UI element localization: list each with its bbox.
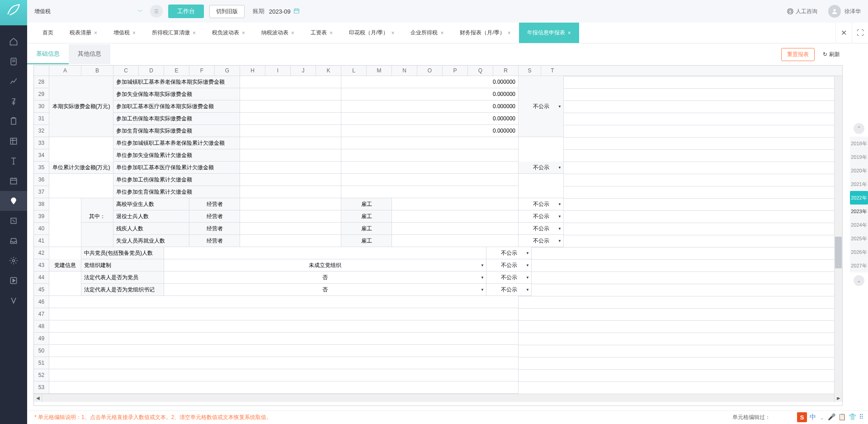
cell[interactable] xyxy=(341,174,519,186)
tab-close-9[interactable]: × xyxy=(508,30,511,36)
tab-4[interactable]: 税负波动表× xyxy=(204,23,253,43)
cell[interactable]: 单位参加工伤保险累计欠缴金额 xyxy=(113,174,240,186)
nav-text-icon[interactable] xyxy=(0,151,27,171)
cell[interactable]: 退役士兵人数 xyxy=(113,210,189,223)
col-header-I[interactable]: I xyxy=(265,66,291,76)
col-header-T[interactable]: T xyxy=(541,66,564,76)
year-2024年[interactable]: 2024年 xyxy=(850,218,868,232)
cell[interactable] xyxy=(392,210,519,223)
cell[interactable]: 不公示 xyxy=(486,284,532,296)
cell[interactable]: 单位参加生育保险累计欠缴金额 xyxy=(113,186,240,198)
cell[interactable]: 0.000000 xyxy=(341,125,519,137)
cell[interactable]: 不公示 xyxy=(519,210,564,223)
row-num-41[interactable]: 41 xyxy=(34,235,49,247)
row-num-37[interactable]: 37 xyxy=(34,186,49,198)
cell[interactable]: 单位累计欠缴金额(万元) xyxy=(49,162,113,174)
row-num-35[interactable]: 35 xyxy=(34,162,49,174)
ime-item-0[interactable]: 中 xyxy=(810,413,816,421)
row-num-51[interactable]: 51 xyxy=(34,357,49,369)
cell[interactable] xyxy=(392,198,519,210)
cell[interactable]: 党建信息 xyxy=(49,259,81,272)
year-2026年[interactable]: 2026年 xyxy=(850,245,868,259)
refresh-button[interactable]: ↻刷新 xyxy=(823,51,840,58)
username[interactable]: 徐泽华 xyxy=(844,8,861,15)
cell[interactable] xyxy=(240,113,341,125)
nav-chart-icon[interactable] xyxy=(0,71,27,91)
rail-top-icon[interactable]: ⌃ xyxy=(854,123,864,134)
period-value[interactable]: 2023-09 xyxy=(269,8,291,15)
tab-close-8[interactable]: × xyxy=(440,30,443,36)
support-link[interactable]: 人工咨询 xyxy=(787,8,817,15)
tab-close-icon[interactable]: ✕ xyxy=(835,23,852,43)
tab-8[interactable]: 企业所得税× xyxy=(402,23,452,43)
cell[interactable]: 法定代表人是否为党组织书记 xyxy=(81,284,164,296)
row-num-30[interactable]: 30 xyxy=(34,100,49,113)
row-num-46[interactable]: 46 xyxy=(34,296,49,308)
nav-v-icon[interactable] xyxy=(0,291,27,310)
cell[interactable]: 经营者 xyxy=(189,235,240,247)
rail-bottom-icon[interactable]: ⌄ xyxy=(854,275,864,286)
col-header-B[interactable]: B xyxy=(81,66,113,76)
row-num-29[interactable]: 29 xyxy=(34,88,49,100)
ime-item-3[interactable]: 📋 xyxy=(838,413,846,421)
col-header-G[interactable]: G xyxy=(215,66,240,76)
row-num-47[interactable]: 47 xyxy=(34,308,49,320)
tab-close-10[interactable]: × xyxy=(568,30,571,36)
tab-9[interactable]: 财务报表（月/季）× xyxy=(452,23,519,43)
ime-item-4[interactable]: 👕 xyxy=(849,413,856,421)
cell[interactable] xyxy=(240,137,341,149)
cell[interactable]: 单位参加城镇职工基本养老保险累计欠缴金额 xyxy=(113,137,240,149)
row-num-32[interactable]: 32 xyxy=(34,125,49,137)
nav-box-icon[interactable] xyxy=(0,211,27,231)
cell[interactable]: 参加工伤保险本期实际缴费金额 xyxy=(113,113,240,125)
row-num-43[interactable]: 43 xyxy=(34,259,49,272)
cell[interactable]: 本期实际缴费金额(万元) xyxy=(49,76,113,137)
year-2022年[interactable]: 2022年 xyxy=(850,191,868,205)
col-header-J[interactable]: J xyxy=(291,66,316,76)
cell[interactable]: 法定代表人是否为党员 xyxy=(81,272,164,284)
tab-3[interactable]: 所得税汇算清缴× xyxy=(144,23,204,43)
tab-expand-icon[interactable]: ⛶ xyxy=(852,23,868,43)
cell[interactable]: 经营者 xyxy=(189,223,240,235)
col-header-E[interactable]: E xyxy=(164,66,189,76)
company-selector[interactable]: 增值税 ﹀ xyxy=(34,8,147,15)
tab-1[interactable]: 税表清册× xyxy=(61,23,105,43)
cell[interactable]: 雇工 xyxy=(341,210,392,223)
cell[interactable]: 高校毕业生人数 xyxy=(113,198,189,210)
cell[interactable] xyxy=(392,223,519,235)
tab-close-2[interactable]: × xyxy=(132,30,136,36)
tab-5[interactable]: 纳税波动表× xyxy=(253,23,302,43)
nav-form-icon[interactable] xyxy=(0,131,27,151)
col-header-F[interactable]: F xyxy=(189,66,215,76)
cell[interactable]: 其中： xyxy=(81,210,113,223)
row-num-31[interactable]: 31 xyxy=(34,113,49,125)
workspace-button[interactable]: 工作台 xyxy=(168,5,204,18)
tab-close-5[interactable]: × xyxy=(291,30,294,36)
year-2021年[interactable]: 2021年 xyxy=(850,177,868,191)
tab-close-6[interactable]: × xyxy=(330,30,333,36)
cell[interactable]: 不公示 xyxy=(486,247,532,259)
cell[interactable] xyxy=(164,247,486,259)
col-header-C[interactable]: C xyxy=(113,66,139,76)
cell[interactable]: 参加职工基本医疗保险本期实际缴费金额 xyxy=(113,100,240,113)
cell[interactable] xyxy=(240,88,341,100)
tab-close-7[interactable]: × xyxy=(391,30,394,36)
col-header-R[interactable]: R xyxy=(493,66,519,76)
nav-clipboard-icon[interactable] xyxy=(0,111,27,131)
cell[interactable] xyxy=(240,198,341,210)
cell[interactable]: 不公示 xyxy=(519,223,564,235)
cell[interactable]: 不公示 xyxy=(519,235,564,247)
reset-report-button[interactable]: 重置报表 xyxy=(781,48,815,61)
nav-calendar-icon[interactable] xyxy=(0,171,27,191)
cell[interactable] xyxy=(240,100,341,113)
year-2018年[interactable]: 2018年 xyxy=(850,137,868,150)
cell[interactable] xyxy=(240,76,341,88)
col-header-K[interactable]: K xyxy=(316,66,341,76)
row-num-33[interactable]: 33 xyxy=(34,137,49,149)
horizontal-scrollbar[interactable]: ◀ ▶ xyxy=(34,394,842,402)
cell[interactable]: 0.000000 xyxy=(341,76,519,88)
tab-0[interactable]: 首页 xyxy=(34,23,61,43)
calendar-icon[interactable] xyxy=(293,8,300,15)
cell[interactable] xyxy=(341,162,519,174)
cell[interactable]: 残疾人人数 xyxy=(113,223,189,235)
